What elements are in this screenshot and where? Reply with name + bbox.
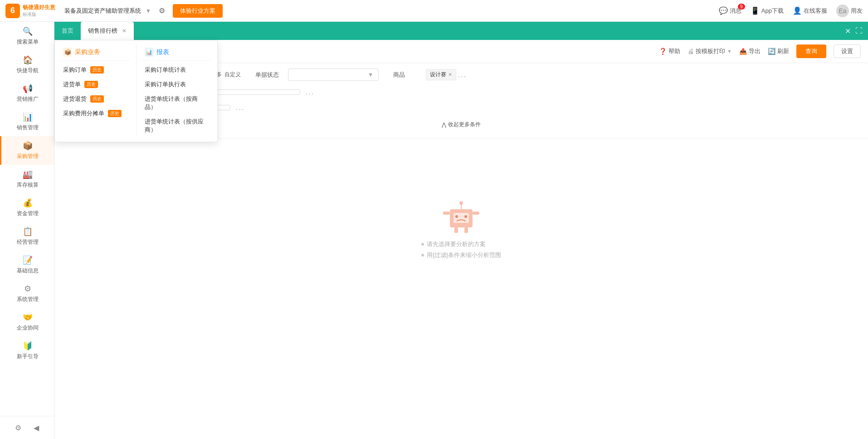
sidebar-label-quick: 快捷导航	[17, 67, 39, 74]
marketing-icon: 📢	[23, 84, 33, 94]
purchase-icon: 📦	[23, 141, 33, 151]
dropdown-arrow-icon[interactable]: ▼	[146, 8, 151, 14]
custom-date-link[interactable]: 自定义	[224, 71, 241, 79]
history-badge-1: 历史	[90, 66, 104, 74]
inventory-icon: 🏭	[23, 169, 33, 179]
menu-item-stock-stat-supplier[interactable]: 进货单统计表（按供应商）	[141, 114, 213, 137]
online-service-button[interactable]: 👤 在线客服	[793, 6, 827, 15]
menu-item-purchase-order[interactable]: 采购订单 历史	[59, 63, 132, 77]
sidebar-item-enterprise[interactable]: 🤝 企业协同	[0, 308, 54, 336]
stock-stat-supplier-label: 进货单统计表（按供应商）	[145, 118, 210, 134]
stock-stat-goods-label: 进货单统计表（按商品）	[145, 95, 210, 111]
report-col-icon: 📊	[145, 48, 154, 57]
export-button[interactable]: 📤 导出	[739, 47, 761, 55]
print-arrow-icon[interactable]: ▼	[727, 49, 732, 54]
user-button[interactable]: Ea 用友	[836, 5, 863, 17]
help-icon: ❓	[659, 48, 667, 55]
tab-home[interactable]: 首页	[54, 22, 81, 40]
sidebar-collapse-button[interactable]: ◀	[29, 421, 43, 434]
sidebar-item-finance[interactable]: 💰 资金管理	[0, 193, 54, 222]
sidebar-item-basic[interactable]: 📝 基础信息	[0, 251, 54, 279]
sidebar-item-inventory[interactable]: 🏭 库存核算	[0, 165, 54, 193]
logo-sub: 标准版	[23, 11, 55, 17]
sidebar-item-sales[interactable]: 📊 销售管理	[0, 108, 54, 136]
purchase-col-header: 📦 采购业务	[59, 45, 132, 61]
sidebar-label-search: 搜索菜单	[17, 38, 39, 46]
svg-rect-4	[454, 227, 458, 233]
sidebar-label-finance: 资金管理	[17, 210, 39, 217]
system-icon: ⚙	[24, 284, 31, 294]
settings-small-button[interactable]: 设置	[834, 44, 861, 58]
sidebar-item-search[interactable]: 🔍 搜索菜单	[0, 22, 54, 50]
refresh-icon: 🔄	[768, 48, 775, 55]
logo-text: 畅捷通好生意 标准版	[23, 4, 55, 17]
staff-ellipsis-btn[interactable]: ...	[306, 88, 314, 96]
app-label: App下载	[761, 7, 784, 15]
history-badge-2: 历史	[84, 81, 98, 88]
svg-rect-5	[464, 227, 468, 233]
avatar: Ea	[836, 5, 849, 17]
history-badge-4: 历史	[108, 110, 122, 117]
staff-select[interactable]	[210, 89, 300, 95]
sidebar-item-operation[interactable]: 📋 经营管理	[0, 222, 54, 251]
header-settings-button[interactable]: ⚙	[156, 5, 168, 17]
logo-area: 6 畅捷通好生意 标准版	[5, 4, 60, 18]
report-col-title: 报表	[156, 48, 169, 56]
query-button[interactable]: 查询	[796, 44, 826, 58]
tab-sales-rank[interactable]: 销售排行榜 ✕	[81, 22, 134, 40]
empty-tip-1-text: 请先选择要分析的方案	[427, 240, 486, 248]
history-badge-3: 历史	[90, 95, 104, 103]
sidebar-bottom: ⚙ ◀	[0, 416, 54, 439]
sidebar-label-operation: 经营管理	[17, 238, 39, 246]
industry-btn[interactable]: 体验行业方案	[173, 4, 223, 18]
purchase-cost-label: 采购费用分摊单	[63, 109, 104, 118]
sales-icon: 📊	[23, 112, 33, 122]
menu-item-stock-stat-goods[interactable]: 进货单统计表（按商品）	[141, 92, 213, 114]
top-header: 6 畅捷通好生意 标准版 装备及固定资产辅助管理系统 ▼ ⚙ 体验行业方案 💬 …	[0, 0, 868, 22]
export-icon: 📤	[739, 48, 747, 55]
system-title: 装备及固定资产辅助管理系统	[64, 7, 141, 15]
app-download-button[interactable]: 📱 App下载	[751, 6, 784, 15]
menu-item-purchase-order-exec[interactable]: 采购订单执行表	[141, 77, 213, 92]
logo-icon: 6	[5, 4, 20, 18]
operation-icon: 📋	[23, 227, 33, 237]
sidebar-settings-button[interactable]: ⚙	[11, 421, 25, 434]
print-label: 按模板打印	[696, 47, 725, 55]
menu-item-stock-in[interactable]: 进货单 历史	[59, 77, 132, 92]
sidebar-item-marketing[interactable]: 📢 营销推广	[0, 79, 54, 108]
doc-status-select[interactable]: ▼	[288, 69, 379, 81]
menu-item-purchase-cost[interactable]: 采购费用分摊单 历史	[59, 106, 132, 121]
stock-return-label: 进货退货	[63, 95, 87, 103]
customer-ellipsis-btn[interactable]: ...	[236, 104, 244, 112]
purchase-order-label: 采购订单	[63, 66, 87, 74]
sidebar-item-guide[interactable]: 🔰 新手引导	[0, 336, 54, 365]
purchase-business-col: 📦 采购业务 采购订单 历史 进货单 历史 进货退货	[55, 45, 136, 137]
sidebar-item-quick[interactable]: 🏠 快捷导航	[0, 50, 54, 79]
goods-ellipsis-btn[interactable]: ...	[458, 71, 467, 79]
sidebar-item-system[interactable]: ⚙ 系统管理	[0, 279, 54, 308]
goods-filter: 设计赛 ✕ ...	[426, 69, 467, 80]
message-button[interactable]: 💬 消息 9	[719, 6, 741, 15]
expand-icon[interactable]: ⛶	[855, 27, 863, 35]
sidebar-item-purchase[interactable]: 📦 采购管理	[0, 136, 54, 165]
purchase-order-exec-label: 采购订单执行表	[145, 80, 186, 89]
doc-status-label: 单据状态	[255, 71, 283, 79]
svg-point-9	[459, 201, 463, 205]
collapse-text: 收起更多条件	[448, 121, 481, 128]
refresh-button[interactable]: 🔄 刷新	[768, 47, 789, 55]
menu-item-stock-return[interactable]: 进货退货 历史	[59, 92, 132, 106]
print-button[interactable]: 🖨 按模板打印 ▼	[688, 47, 732, 55]
goods-tag-close-icon[interactable]: ✕	[448, 72, 452, 78]
menu-item-purchase-order-stat[interactable]: 采购订单统计表	[141, 63, 213, 77]
collapse-button[interactable]: ⋀ 收起更多条件	[437, 119, 485, 130]
user-label: 用友	[851, 7, 863, 15]
tab-close-icon[interactable]: ✕	[122, 28, 127, 34]
tab-home-label: 首页	[62, 27, 73, 35]
close-all-icon[interactable]: ✕	[845, 27, 851, 35]
doc-status-arrow-icon: ▼	[368, 71, 374, 78]
empty-illustration-svg	[439, 191, 484, 237]
goods-label: 商品	[393, 71, 420, 79]
sidebar-label-inventory: 库存核算	[17, 181, 39, 189]
purchase-col-title: 采购业务	[75, 48, 100, 56]
help-button[interactable]: ❓ 帮助	[659, 47, 680, 55]
